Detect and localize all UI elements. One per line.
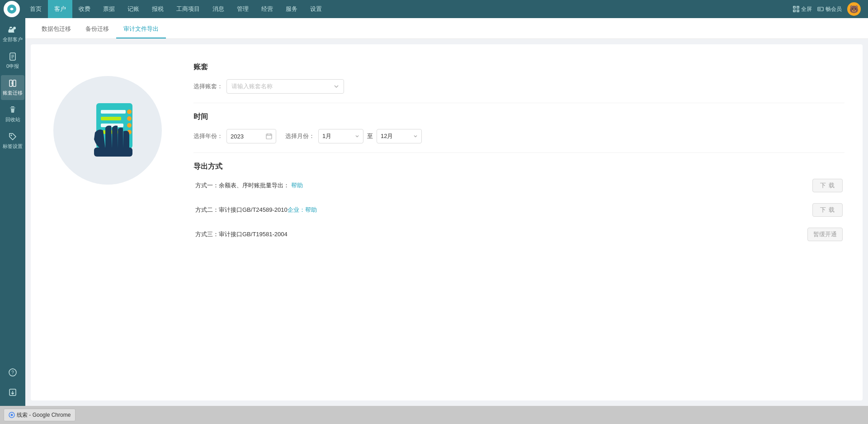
tab-bar: 数据包迁移 备份迁移 审计文件导出 bbox=[25, 18, 868, 39]
svg-point-13 bbox=[11, 135, 12, 136]
method2-label: 方式二：审计接口GB/T24589-2010企业：帮助 bbox=[195, 206, 317, 214]
form-area: 账套 选择账套： 请输入账套名称 时间 选择年份： 2 bbox=[193, 58, 844, 252]
svg-point-32 bbox=[11, 414, 13, 416]
month-end-select[interactable]: 12月 bbox=[377, 129, 422, 143]
taskbar-chrome-item[interactable]: 线索 - Google Chrome bbox=[4, 409, 75, 421]
month-end-value: 12月 bbox=[381, 132, 393, 140]
export-method-2: 方式二：审计接口GB/T24589-2010企业：帮助 下 载 bbox=[193, 203, 844, 217]
left-sidebar: 全部客户 0申报 账套迁移 回收站 bbox=[0, 18, 25, 406]
nav-service[interactable]: 服务 bbox=[279, 0, 304, 18]
top-nav-right: 全屏 畅会员 🐻 bbox=[793, 2, 868, 16]
account-select-row: 选择账套： 请输入账套名称 bbox=[193, 79, 844, 94]
method3-label: 方式三：审计接口GB/T19581-2004 bbox=[195, 230, 288, 238]
nav-items: 首页 客户 收费 票据 记账 报税 工商项目 消息 管理 经营 服务 设置 bbox=[24, 0, 793, 18]
svg-point-6 bbox=[819, 8, 821, 10]
download-icon[interactable] bbox=[1, 384, 24, 400]
svg-rect-3 bbox=[793, 10, 795, 12]
sidebar-item-tag[interactable]: 标签设置 bbox=[1, 129, 24, 153]
help-icon[interactable]: ? bbox=[1, 364, 24, 381]
tab-backup-migration[interactable]: 备份迁移 bbox=[78, 20, 116, 38]
account-label: 选择账套： bbox=[193, 82, 223, 91]
nav-invoice[interactable]: 票据 bbox=[97, 0, 121, 18]
year-value: 2023 bbox=[231, 133, 244, 140]
month-start-select[interactable]: 1月 bbox=[318, 129, 363, 143]
month-end-dropdown-icon bbox=[413, 134, 418, 138]
nav-customer[interactable]: 客户 bbox=[48, 0, 72, 18]
sidebar-item-migrate[interactable]: 账套迁移 bbox=[1, 75, 24, 100]
account-section-title: 账套 bbox=[193, 62, 844, 72]
year-label: 选择年份： bbox=[193, 132, 223, 140]
method2-help-link[interactable]: ：帮助 bbox=[299, 206, 317, 213]
nav-fee[interactable]: 收费 bbox=[72, 0, 97, 18]
nav-settings[interactable]: 设置 bbox=[304, 0, 328, 18]
illustration-area bbox=[49, 58, 166, 185]
time-section-title: 时间 bbox=[193, 112, 844, 122]
member-button[interactable]: 畅会员 bbox=[817, 5, 842, 13]
fullscreen-button[interactable]: 全屏 bbox=[793, 5, 812, 13]
sidebar-bottom: ? bbox=[1, 364, 24, 406]
nav-message[interactable]: 消息 bbox=[206, 0, 231, 18]
app-logo bbox=[4, 1, 20, 17]
time-row: 选择年份： 2023 选择月份： 1月 bbox=[193, 129, 844, 143]
taskbar: 线索 - Google Chrome bbox=[0, 406, 868, 424]
svg-rect-20 bbox=[101, 124, 123, 127]
sidebar-label-migrate: 账套迁移 bbox=[3, 90, 23, 96]
svg-point-22 bbox=[127, 110, 132, 114]
divider-2 bbox=[193, 152, 844, 153]
nav-business[interactable]: 工商项目 bbox=[170, 0, 206, 18]
export-method-1: 方式一：余额表、序时账批量导出： 帮助 下 载 bbox=[193, 179, 844, 192]
sidebar-label-trash: 回收站 bbox=[5, 116, 20, 123]
method2-download-button[interactable]: 下 载 bbox=[812, 203, 843, 217]
nav-operation[interactable]: 经营 bbox=[255, 0, 279, 18]
main-layout: 全部客户 0申报 账套迁移 回收站 bbox=[0, 18, 868, 406]
year-input[interactable]: 2023 bbox=[226, 129, 276, 143]
svg-rect-11 bbox=[9, 80, 12, 86]
tab-data-migration[interactable]: 数据包迁移 bbox=[34, 20, 78, 38]
chrome-icon bbox=[9, 412, 15, 418]
svg-point-23 bbox=[127, 116, 132, 121]
member-label: 畅会员 bbox=[826, 5, 842, 13]
content-area: 数据包迁移 备份迁移 审计文件导出 bbox=[25, 18, 868, 406]
method1-download-button[interactable]: 下 载 bbox=[812, 179, 843, 192]
nav-manage[interactable]: 管理 bbox=[231, 0, 255, 18]
method2-company: 企业 bbox=[288, 206, 299, 213]
divider-1 bbox=[193, 103, 844, 103]
page-content: 账套 选择账套： 请输入账套名称 时间 选择年份： 2 bbox=[31, 44, 863, 400]
export-section-title: 导出方式 bbox=[193, 162, 844, 172]
user-avatar[interactable]: 🐻 bbox=[847, 2, 861, 16]
nav-account[interactable]: 记账 bbox=[121, 0, 146, 18]
month-label: 选择月份： bbox=[285, 132, 315, 140]
svg-rect-2 bbox=[797, 6, 799, 8]
svg-rect-4 bbox=[797, 10, 799, 12]
svg-rect-12 bbox=[13, 80, 16, 86]
illustration-circle bbox=[53, 76, 162, 185]
svg-rect-18 bbox=[101, 110, 126, 114]
fullscreen-label: 全屏 bbox=[801, 5, 812, 13]
dropdown-icon bbox=[334, 84, 339, 89]
taskbar-item-label: 线索 - Google Chrome bbox=[17, 411, 71, 419]
nav-tax[interactable]: 报税 bbox=[146, 0, 170, 18]
svg-text:?: ? bbox=[11, 370, 14, 375]
calendar-icon bbox=[266, 133, 272, 139]
method1-help-link[interactable]: 帮助 bbox=[291, 182, 303, 189]
month-start-value: 1月 bbox=[322, 132, 331, 140]
sidebar-item-zero-declaration[interactable]: 0申报 bbox=[1, 48, 24, 73]
month-start-dropdown-icon bbox=[355, 134, 359, 138]
sidebar-label-zero: 0申报 bbox=[6, 63, 19, 70]
svg-rect-26 bbox=[94, 148, 132, 157]
time-separator: 至 bbox=[367, 132, 373, 140]
svg-rect-27 bbox=[266, 134, 272, 139]
sidebar-item-all-customers[interactable]: 全部客户 bbox=[1, 22, 24, 47]
export-method-3: 方式三：审计接口GB/T19581-2004 暂缓开通 bbox=[193, 228, 844, 241]
svg-rect-19 bbox=[101, 117, 121, 120]
illustration-svg bbox=[62, 85, 153, 176]
account-placeholder: 请输入账套名称 bbox=[231, 82, 273, 91]
method1-label: 方式一：余额表、序时账批量导出： 帮助 bbox=[195, 181, 303, 190]
account-input[interactable]: 请输入账套名称 bbox=[226, 79, 344, 94]
svg-point-24 bbox=[127, 123, 132, 128]
method3-open-button[interactable]: 暂缓开通 bbox=[807, 228, 843, 241]
sidebar-item-trash[interactable]: 回收站 bbox=[1, 102, 24, 127]
nav-home[interactable]: 首页 bbox=[24, 0, 48, 18]
sidebar-label-tag: 标签设置 bbox=[3, 143, 23, 150]
tab-audit-export[interactable]: 审计文件导出 bbox=[116, 20, 166, 38]
